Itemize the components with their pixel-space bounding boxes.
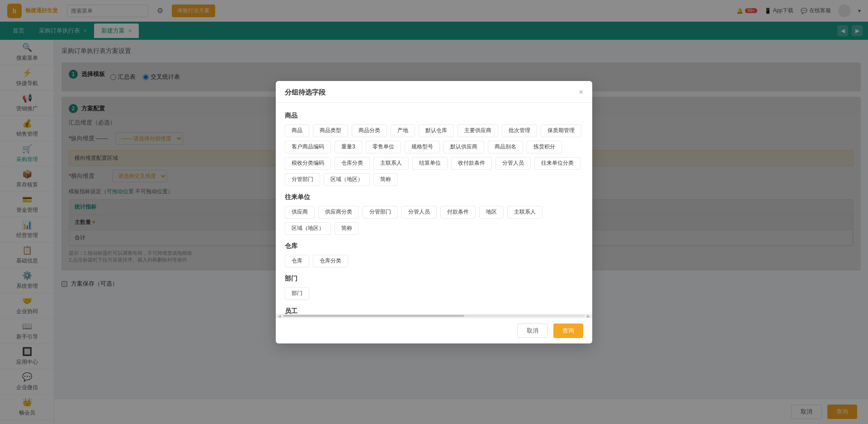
modal-confirm-button[interactable]: 查询 bbox=[553, 324, 583, 338]
scrollbar-thumb bbox=[283, 315, 464, 317]
tag-warehouse-category[interactable]: 仓库分类 bbox=[335, 157, 370, 170]
modal-dialog: 分组待选字段 × 商品 商品 商品类型 商品分类 产地 默认仓库 主要供应商 批… bbox=[276, 81, 592, 343]
tag-main-contact[interactable]: 主联系人 bbox=[373, 157, 409, 170]
tag-partner-supervisor[interactable]: 分管人员 bbox=[401, 206, 437, 219]
tag-batch-mgmt[interactable]: 批次管理 bbox=[502, 124, 537, 137]
modal-body: 商品 商品 商品类型 商品分类 产地 默认仓库 主要供应商 批次管理 保质期管理… bbox=[276, 103, 592, 314]
section-title-partner: 往来单位 bbox=[285, 193, 583, 201]
tag-supervisor[interactable]: 分管人员 bbox=[495, 157, 531, 170]
tag-spec-model[interactable]: 规格型号 bbox=[405, 141, 440, 153]
field-tags-goods: 商品 商品类型 商品分类 产地 默认仓库 主要供应商 批次管理 保质期管理 客户… bbox=[285, 124, 583, 186]
modal-title: 分组待选字段 bbox=[285, 88, 326, 97]
tag-dept-manage[interactable]: 分管部门 bbox=[285, 173, 320, 186]
modal-cancel-button[interactable]: 取消 bbox=[517, 324, 548, 338]
tag-supplier[interactable]: 供应商 bbox=[285, 206, 315, 219]
tag-warehouse-cat[interactable]: 仓库分类 bbox=[313, 255, 348, 267]
tag-settle-unit[interactable]: 结算单位 bbox=[412, 157, 448, 170]
section-title-warehouse: 仓库 bbox=[285, 242, 583, 250]
tag-tax-code[interactable]: 税收分类编码 bbox=[285, 157, 331, 170]
modal-overlay: 分组待选字段 × 商品 商品 商品类型 商品分类 产地 默认仓库 主要供应商 批… bbox=[0, 0, 868, 424]
tag-region-goods[interactable]: 区域（地区） bbox=[324, 173, 370, 186]
tag-dept[interactable]: 部门 bbox=[285, 287, 309, 300]
field-tags-partner: 供应商 供应商分类 分管部门 分管人员 付款条件 地区 主联系人 区域（地区） … bbox=[285, 206, 583, 235]
tag-pick-points[interactable]: 拣货积分 bbox=[527, 141, 562, 153]
tag-origin[interactable]: 产地 bbox=[391, 124, 415, 137]
modal-header: 分组待选字段 × bbox=[276, 81, 592, 103]
tag-weight3[interactable]: 重量3 bbox=[335, 141, 362, 153]
section-title-goods: 商品 bbox=[285, 112, 583, 120]
tag-abbr-goods[interactable]: 简称 bbox=[373, 173, 398, 186]
field-tags-dept: 部门 bbox=[285, 287, 583, 300]
modal-horizontal-scrollbar[interactable]: ◀ ▶ bbox=[276, 314, 592, 318]
tag-goods-alias[interactable]: 商品别名 bbox=[488, 141, 523, 153]
tag-goods-category[interactable]: 商品分类 bbox=[352, 124, 387, 137]
tag-goods-type[interactable]: 商品类型 bbox=[313, 124, 348, 137]
tag-warehouse[interactable]: 仓库 bbox=[285, 255, 309, 267]
tag-customer-code[interactable]: 客户商品编码 bbox=[285, 141, 331, 153]
tag-partner-category[interactable]: 往来单位分类 bbox=[534, 157, 580, 170]
tag-default-warehouse[interactable]: 默认仓库 bbox=[419, 124, 454, 137]
tag-partner-contact[interactable]: 主联系人 bbox=[507, 206, 542, 219]
tag-supplier-category[interactable]: 供应商分类 bbox=[318, 206, 359, 219]
tag-partner-region[interactable]: 地区 bbox=[479, 206, 504, 219]
modal-close-button[interactable]: × bbox=[579, 88, 583, 96]
tag-partner-dept[interactable]: 分管部门 bbox=[363, 206, 398, 219]
tag-main-supplier[interactable]: 主要供应商 bbox=[458, 124, 498, 137]
modal-footer: 取消 查询 bbox=[276, 318, 592, 343]
section-title-dept: 部门 bbox=[285, 275, 583, 283]
field-tags-warehouse: 仓库 仓库分类 bbox=[285, 255, 583, 267]
section-title-staff: 员工 bbox=[285, 307, 583, 314]
scrollbar-track bbox=[283, 315, 585, 317]
tag-expiry-mgmt[interactable]: 保质期管理 bbox=[541, 124, 581, 137]
tag-partner-payment[interactable]: 付款条件 bbox=[440, 206, 476, 219]
tag-default-supplier[interactable]: 默认供应商 bbox=[443, 141, 484, 153]
tag-partner-abbr[interactable]: 简称 bbox=[335, 222, 359, 235]
tag-goods[interactable]: 商品 bbox=[285, 124, 309, 137]
tag-partner-area[interactable]: 区域（地区） bbox=[285, 222, 331, 235]
tag-retail-unit[interactable]: 零售单位 bbox=[366, 141, 401, 153]
tag-payment-terms[interactable]: 收付款条件 bbox=[451, 157, 492, 170]
